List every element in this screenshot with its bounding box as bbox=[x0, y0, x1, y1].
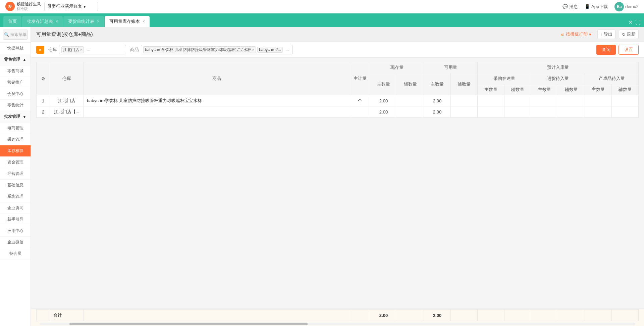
sidebar-item-purchase[interactable]: 采购管理 bbox=[0, 134, 31, 145]
cell-available-sub bbox=[451, 106, 478, 118]
product-tag-container[interactable]: babycare学饮杯 儿童防摔防撞吸管杯重力球吸嘴杯宝宝水杯 × babyca… bbox=[141, 45, 293, 54]
footer-product-main bbox=[585, 310, 612, 321]
sidebar-item-retail-mall[interactable]: 零售商城 bbox=[0, 65, 31, 77]
search-icon: 🔍 bbox=[4, 32, 9, 37]
sidebar-item-wechat[interactable]: 企业微信 bbox=[0, 237, 31, 248]
tab-home-label: 首页 bbox=[8, 18, 17, 25]
sidebar-item-retail-stats[interactable]: 零售统计 bbox=[0, 100, 31, 111]
export-btn[interactable]: ↑ 导出 bbox=[597, 30, 616, 39]
scroll-bar-area bbox=[36, 321, 639, 326]
table-footer: 合计 2.00 2.00 bbox=[31, 309, 644, 326]
footer-incoming-main bbox=[531, 310, 558, 321]
sidebar-item-guide[interactable]: 新手引导 bbox=[0, 214, 31, 225]
refresh-btn[interactable]: ↻ 刷新 bbox=[619, 30, 639, 39]
sidebar-item-wechat-label: 企业微信 bbox=[7, 239, 23, 245]
tab-order[interactable]: 要货单统计表 × bbox=[63, 16, 104, 27]
th-incoming-sub: 辅数量 bbox=[558, 84, 585, 95]
th-forecast-group: 预计入库量 bbox=[478, 62, 639, 73]
footer-incoming-sub bbox=[558, 310, 585, 321]
sidebar-quick-nav[interactable]: 快捷导航 bbox=[0, 43, 31, 54]
sidebar-item-basic-label: 基础信息 bbox=[7, 182, 23, 188]
cell-stock-main: 2.00 bbox=[370, 95, 397, 106]
th-purchase-group: 采购在途量 bbox=[478, 73, 531, 84]
product-filter: 商品 babycare学饮杯 儿童防摔防撞吸管杯重力球吸嘴杯宝宝水杯 × bab… bbox=[130, 45, 293, 54]
sidebar-item-wholesale-label: 批发管理 bbox=[4, 114, 20, 120]
cell-product-main bbox=[585, 106, 612, 118]
refresh-icon: ↻ bbox=[622, 32, 626, 37]
sidebar-item-system-label: 系统管理 bbox=[7, 194, 23, 199]
window-controls: ✕ ⛶ bbox=[628, 19, 641, 27]
cell-stock-sub bbox=[397, 106, 424, 118]
sidebar-item-retail[interactable]: 零售管理 ▲ bbox=[0, 54, 31, 65]
user-menu[interactable]: Ea demo2 bbox=[614, 2, 639, 11]
sidebar-search-btn[interactable]: 🔍 搜索菜单 bbox=[3, 30, 28, 40]
tab-available-close[interactable]: × bbox=[143, 19, 145, 24]
tab-receivable-close[interactable]: × bbox=[56, 19, 58, 24]
product-ellipsis[interactable]: ··· bbox=[284, 47, 290, 52]
print-btn[interactable]: 🖨 按模板打印 ▾ bbox=[557, 30, 594, 39]
industry-select[interactable]: 母婴行业演示账套 ▾ bbox=[44, 2, 98, 11]
sidebar-item-operation[interactable]: 经营管理 bbox=[0, 168, 31, 180]
industry-label: 母婴行业演示账套 bbox=[47, 3, 82, 9]
tab-receivable[interactable]: 收发存汇总表 × bbox=[22, 16, 63, 27]
footer-empty-product bbox=[84, 310, 350, 321]
product-tag-2: babycare?... bbox=[257, 47, 283, 53]
download-btn[interactable]: 📱 App下载 bbox=[585, 4, 608, 10]
cell-incoming-main bbox=[531, 106, 558, 118]
sidebar-item-member[interactable]: 会员中心 bbox=[0, 88, 31, 100]
tab-bar: 首页 收发存汇总表 × 要货单统计表 × 可用量库存账本 × ✕ ⛶ bbox=[0, 13, 644, 27]
warehouse-ellipsis[interactable]: ··· bbox=[85, 47, 92, 52]
sidebar-item-basic[interactable]: 基础信息 bbox=[0, 180, 31, 191]
warehouse-filter: 仓库 江北门店 × ··· bbox=[48, 45, 126, 54]
table-container[interactable]: ⚙ 仓库 商品 主计量 现存量 bbox=[31, 58, 644, 309]
footer-empty-unit bbox=[350, 310, 370, 321]
scroll-thumb[interactable] bbox=[69, 323, 308, 325]
cell-available-sub bbox=[451, 95, 478, 106]
setting-button[interactable]: 设置 bbox=[619, 45, 639, 55]
th-product-sub: 辅数量 bbox=[612, 84, 639, 95]
sidebar-item-wholesale[interactable]: 批发管理 ▼ bbox=[0, 111, 31, 123]
th-settings[interactable]: ⚙ bbox=[37, 62, 50, 95]
sidebar-item-inventory[interactable]: 库存核算 bbox=[0, 145, 31, 157]
sidebar-item-enterprise-label: 企业协同 bbox=[7, 205, 23, 211]
tab-order-close[interactable]: × bbox=[97, 19, 99, 24]
warehouse-tag-container[interactable]: 江北门店 × ··· bbox=[59, 45, 126, 54]
th-stock-sub: 辅数量 bbox=[397, 73, 424, 95]
table-row: 2 江北门店【... 2.00 2.00 bbox=[37, 106, 639, 118]
cell-incoming-sub bbox=[558, 106, 585, 118]
warehouse-tag-1: 江北门店 × bbox=[61, 46, 84, 53]
sidebar-item-member2[interactable]: 畅会员 bbox=[0, 248, 31, 260]
cell-product: babycare学饮杯 儿童防摔防撞吸管杯重力球吸嘴杯宝宝水杯 bbox=[84, 95, 350, 106]
message-btn[interactable]: 💬 消息 bbox=[562, 4, 578, 10]
cell-available-main: 2.00 bbox=[424, 106, 451, 118]
th-incoming-group: 进货待入量 bbox=[531, 73, 585, 84]
wholesale-arrow-icon: ▼ bbox=[22, 114, 26, 119]
footer-table: 合计 2.00 2.00 bbox=[36, 309, 639, 321]
top-bar: 好 畅捷通好生意 标准版 母婴行业演示账套 ▾ 💬 消息 📱 App下载 Ea … bbox=[0, 0, 644, 13]
tab-available[interactable]: 可用量库存账本 × bbox=[105, 16, 150, 27]
logo-sub: 标准版 bbox=[17, 6, 41, 11]
sidebar-item-finance[interactable]: 资金管理 bbox=[0, 157, 31, 168]
warehouse-tag-1-remove[interactable]: × bbox=[80, 48, 82, 52]
th-available-sub: 辅数量 bbox=[451, 73, 478, 95]
query-button[interactable]: 查询 bbox=[596, 45, 616, 55]
sidebar-item-ecommerce[interactable]: 电商管理 bbox=[0, 123, 31, 134]
sidebar-item-app-center[interactable]: 应用中心 bbox=[0, 225, 31, 237]
cell-warehouse: 江北门店 bbox=[50, 95, 84, 106]
avatar: Ea bbox=[614, 2, 624, 11]
filter-toggle-btn[interactable]: » bbox=[36, 46, 44, 54]
sidebar-item-purchase-label: 采购管理 bbox=[7, 137, 23, 142]
sidebar-item-enterprise[interactable]: 企业协同 bbox=[0, 202, 31, 214]
product-filter-label: 商品 bbox=[130, 47, 139, 53]
footer-purchase-main bbox=[478, 310, 504, 321]
logo-text: 畅捷通好生意 bbox=[17, 2, 41, 6]
window-close-btn[interactable]: ✕ bbox=[628, 19, 633, 26]
tab-home[interactable]: 首页 bbox=[3, 16, 21, 27]
sidebar-item-system[interactable]: 系统管理 bbox=[0, 191, 31, 202]
footer-row: 合计 2.00 2.00 bbox=[37, 310, 639, 321]
product-tag-1-remove[interactable]: × bbox=[252, 48, 254, 52]
cell-purchase-main bbox=[478, 95, 504, 106]
window-expand-btn[interactable]: ⛶ bbox=[635, 19, 641, 26]
sidebar-item-marketing[interactable]: 营销推广 bbox=[0, 77, 31, 88]
sidebar-item-retail-label: 零售管理 bbox=[4, 57, 20, 62]
